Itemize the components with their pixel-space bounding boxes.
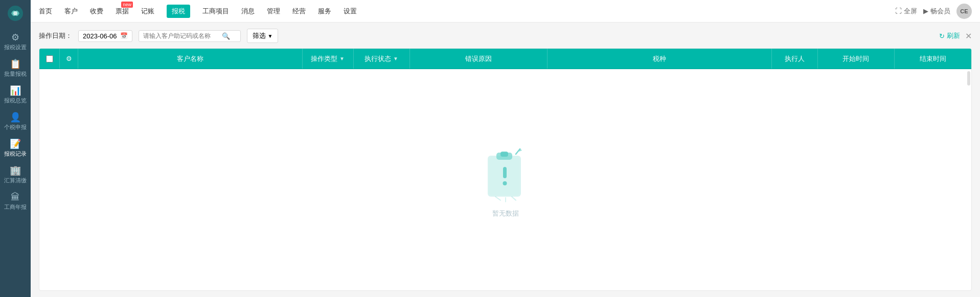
col-label-exec-status: 执行状态 [364,54,391,63]
svg-line-8 [516,149,520,154]
th-client-name: 客户名称 [78,49,303,69]
nav-item-management[interactable]: 管理 [267,5,280,18]
refresh-button[interactable]: ↻ 刷新 [939,31,960,40]
sidebar-item-baoshui-shezhi[interactable]: ⚙ 报税设置 [2,29,29,55]
fullscreen-btn[interactable]: ⛶ 全屏 [895,7,917,16]
refresh-icon: ↻ [939,32,945,40]
fullscreen-label: 全屏 [904,7,917,16]
nav-right: ⛶ 全屏 ▶ 畅会员 CE [895,4,972,19]
huisuan-qingjiao-icon: 🏢 [10,166,21,175]
sidebar-item-gongshang-nianbao[interactable]: 🏛 工商年报 [2,188,29,215]
close-button[interactable]: ✕ [965,31,972,41]
top-nav: 首页客户收费票据new记账报税工商项目消息管理经营服务设置 ⛶ 全屏 ▶ 畅会员… [31,0,980,23]
date-label: 操作日期： [39,31,72,40]
baoshui-zongjian-label: 报税总览 [4,97,27,104]
sidebar-item-geshuishenqing[interactable]: 👤 个税申报 [2,109,29,135]
col-label-start-time: 开始时间 [842,54,869,63]
huisuan-qingjiao-label: 汇算清缴 [4,177,27,184]
nav-item-home[interactable]: 首页 [39,5,52,18]
nav-item-accounting[interactable]: 记账 [141,5,154,18]
col-label-error: 错误原因 [465,54,492,63]
scrollbar-thumb [967,71,970,86]
filter-icon-status: ▼ [393,56,398,61]
th-gear: ⚙ [60,49,78,69]
toolbar: 操作日期： 2023-06-06 📅 🔍 筛选 ▼ ↻ 刷新 ✕ [39,29,972,43]
svg-point-7 [503,181,507,185]
nav-item-invoice[interactable]: 票据new [116,5,129,18]
baoshui-shezhi-label: 报税设置 [4,44,27,51]
search-box: 🔍 [139,30,241,42]
nav-item-settings[interactable]: 设置 [344,5,357,18]
table-container: ⚙ 客户名称 操作类型 ▼ 执行状态 ▼ 错误原因 税种 [39,48,972,291]
empty-text: 暂无数据 [492,209,519,218]
nav-item-operations[interactable]: 经营 [292,5,306,18]
chevron-down-icon: ▼ [268,33,273,39]
filter-icon-op: ▼ [339,56,345,61]
svg-point-1 [13,11,17,15]
svg-line-12 [512,197,516,200]
empty-illustration [475,141,536,203]
svg-rect-6 [503,167,507,178]
sidebar-item-baoshui-jilu[interactable]: 📝 报税记录 [2,135,29,162]
col-label-end-time: 结束时间 [920,54,946,63]
toolbar-right: ↻ 刷新 ✕ [939,31,972,41]
gear-icon[interactable]: ⚙ [66,55,72,62]
date-picker[interactable]: 2023-06-06 📅 [78,30,132,42]
th-exec-status[interactable]: 执行状态 ▼ [354,49,410,69]
date-value: 2023-06-06 [83,32,117,40]
sidebar-item-piliang-baoshui[interactable]: 📋 批量报税 [2,55,29,82]
geshuishenqing-icon: 👤 [10,113,21,122]
vip-btn[interactable]: ▶ 畅会员 [923,7,950,16]
geshuishenqing-label: 个税申报 [4,123,27,131]
app-logo[interactable] [6,4,25,23]
baoshui-shezhi-icon: ⚙ [11,33,19,42]
th-tax-type: 税种 [548,49,772,69]
filter-label: 筛选 [253,31,266,40]
piliang-baoshui-label: 批量报税 [4,70,27,78]
fullscreen-icon: ⛶ [895,7,902,15]
nav-item-billing[interactable]: 收费 [90,5,103,18]
th-end-time: 结束时间 [895,49,971,69]
col-label-exec-person: 执行人 [785,54,805,63]
th-exec-person: 执行人 [772,49,818,69]
baoshui-jilu-label: 报税记录 [4,150,27,158]
baoshui-zongjian-icon: 📊 [10,86,21,95]
nav-item-messages[interactable]: 消息 [241,5,255,18]
th-checkbox [39,49,60,69]
sidebar-item-baoshui-zongjian[interactable]: 📊 报税总览 [2,82,29,109]
search-input[interactable] [143,32,220,39]
refresh-label: 刷新 [947,31,960,40]
col-label-op-type: 操作类型 [311,54,337,63]
empty-state: 暂无数据 [39,69,971,290]
gongshang-nianbao-label: 工商年报 [4,203,27,211]
baoshui-jilu-icon: 📝 [10,139,21,148]
col-label-tax: 税种 [653,54,666,63]
vip-icon: ▶ [923,7,928,15]
th-error-reason: 错误原因 [410,49,548,69]
avatar[interactable]: CE [956,4,972,19]
svg-rect-5 [500,152,508,157]
nav-item-service[interactable]: 服务 [318,5,331,18]
th-start-time: 开始时间 [818,49,895,69]
th-op-type[interactable]: 操作类型 ▼ [303,49,354,69]
nav-item-business[interactable]: 工商项目 [202,5,229,18]
filter-button[interactable]: 筛选 ▼ [247,29,279,43]
vip-label: 畅会员 [930,7,950,16]
nav-item-tax[interactable]: 报税 [167,5,190,18]
nav-item-clients[interactable]: 客户 [64,5,78,18]
sidebar: ⚙ 报税设置 📋 批量报税 📊 报税总览 👤 个税申报 📝 报税记录 🏢 汇算清… [0,0,31,297]
search-icon: 🔍 [222,32,230,40]
svg-line-10 [495,197,500,200]
col-label-client: 客户名称 [177,54,203,63]
badge-new-invoice: new [121,2,133,8]
gongshang-nianbao-icon: 🏛 [11,193,20,202]
content-area: 操作日期： 2023-06-06 📅 🔍 筛选 ▼ ↻ 刷新 ✕ [31,23,980,297]
piliang-baoshui-icon: 📋 [10,59,21,69]
table-header: ⚙ 客户名称 操作类型 ▼ 执行状态 ▼ 错误原因 税种 [39,49,971,69]
sidebar-item-huisuan-qingjiao[interactable]: 🏢 汇算清缴 [2,162,29,188]
main-area: 首页客户收费票据new记账报税工商项目消息管理经营服务设置 ⛶ 全屏 ▶ 畅会员… [31,0,980,297]
calendar-icon: 📅 [120,32,128,39]
select-all-checkbox[interactable] [46,55,53,62]
avatar-text: CE [960,8,968,14]
